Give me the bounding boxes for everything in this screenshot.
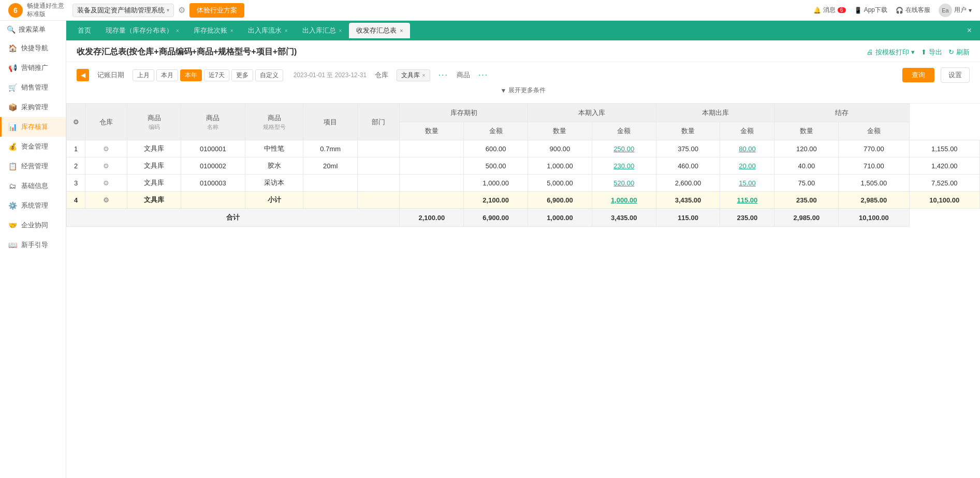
row-in-qty[interactable]: 250.00	[592, 140, 656, 157]
tab-bar: 首页 现存量（库存分布表） × 库存批次账 × 出入库流水 × 出入库汇总 ×	[66, 21, 980, 40]
table-footer-row: 合计 2,100.00 6,900.00 1,000.00 3,435.00 1…	[67, 209, 980, 227]
row-open-qty: 1,000.00	[464, 175, 528, 192]
bell-icon: 🔔	[813, 7, 821, 14]
goods-more-btn[interactable]: ···	[478, 70, 488, 80]
row-open-amt: 5,000.00	[528, 175, 592, 192]
system-selector[interactable]: 装备及固定资产辅助管理系统 ▾	[72, 4, 174, 17]
tab-close-batch[interactable]: ×	[230, 28, 233, 34]
sidebar-item-purchase[interactable]: 📦 采购管理	[0, 97, 66, 117]
sidebar-item-basic-info[interactable]: 🗂 基础信息	[0, 176, 66, 196]
row-code: 0100001	[181, 140, 245, 157]
col-project-header: 项目	[303, 104, 358, 140]
settings-icon[interactable]: ⚙	[178, 5, 185, 15]
refresh-icon: ↻	[948, 48, 954, 56]
sidebar-item-finance[interactable]: 💰 资金管理	[0, 137, 66, 156]
row-out-qty[interactable]: 80.00	[720, 140, 774, 157]
app-download-btn[interactable]: 📱 App下载	[854, 6, 887, 15]
sidebar-item-system[interactable]: ⚙️ 系统管理	[0, 196, 66, 215]
row-bal-qty: 770.00	[839, 140, 909, 157]
row-out-qty[interactable]: 15.00	[720, 175, 774, 192]
row-settings-cell: ⚙	[85, 192, 127, 209]
row-out-qty[interactable]: 20.00	[720, 157, 774, 175]
page-title: 收发存汇总表(按仓库+商品编码+商品+规格型号+项目+部门)	[77, 47, 297, 57]
col-name-header: 商品名称	[181, 104, 245, 140]
date-btn-last-month[interactable]: 上月	[133, 69, 154, 81]
col-settings-header[interactable]: ⚙	[67, 104, 85, 140]
row-in-amt: 375.00	[656, 140, 720, 157]
table-row: 3⚙文具库0100003采访本1,000.005,000.00520.002,6…	[67, 175, 980, 192]
col-out-amt-header: 金额	[720, 122, 774, 140]
tab-inout-flow[interactable]: 出入库流水 ×	[241, 23, 295, 38]
tab-close-inout-flow[interactable]: ×	[285, 28, 288, 34]
trial-button[interactable]: 体验行业方案	[189, 3, 244, 18]
gear-icon: ⚙️	[8, 201, 17, 210]
warehouse-tag-close[interactable]: ×	[422, 72, 425, 78]
expand-row: ▼ 展开更多条件	[77, 83, 970, 98]
tab-receive-summary[interactable]: 收发存汇总表 ×	[349, 23, 410, 38]
row-in-qty[interactable]: 520.00	[592, 175, 656, 192]
template-print-btn[interactable]: 🖨 按模板打印 ▾	[867, 48, 915, 57]
row-bal-amt: 7,525.00	[909, 175, 979, 192]
refresh-btn[interactable]: ↻ 刷新	[948, 48, 970, 57]
date-btn-this-month[interactable]: 本月	[156, 69, 178, 81]
tab-close-inout-summary[interactable]: ×	[339, 28, 342, 34]
table-row: 2⚙文具库0100002胶水20ml500.001,000.00230.0046…	[67, 157, 980, 175]
sidebar-item-newbie[interactable]: 📖 新手引导	[0, 235, 66, 255]
sidebar-item-sales[interactable]: 🛒 销售管理	[0, 78, 66, 97]
row-bal-amt: 10,100.00	[909, 192, 979, 209]
sidebar-item-inventory[interactable]: 📊 库存核算	[0, 117, 66, 137]
col-open-qty-header: 数量	[400, 122, 464, 140]
caret-down-icon: ▾	[911, 48, 915, 56]
date-btn-more[interactable]: 更多	[231, 69, 253, 81]
col-out-qty-header: 数量	[656, 122, 720, 140]
row-code: 0100003	[181, 175, 245, 192]
sidebar-item-marketing[interactable]: 📢 营销推广	[0, 58, 66, 78]
row-dept	[400, 140, 464, 157]
export-btn[interactable]: ⬆ 导出	[921, 48, 942, 57]
tab-bar-close-btn[interactable]: ×	[963, 26, 976, 35]
row-code	[181, 192, 245, 209]
sidebar-item-enterprise[interactable]: 🤝 企业协同	[0, 215, 66, 235]
date-btn-7days[interactable]: 近7天	[204, 69, 229, 81]
row-open-amt: 6,900.00	[528, 192, 592, 209]
user-btn[interactable]: Ea 用户 ▾	[939, 4, 972, 17]
date-btn-custom[interactable]: 自定义	[255, 69, 283, 81]
settings-button[interactable]: 设置	[941, 67, 970, 83]
footer-in-amt: 3,435.00	[592, 209, 656, 227]
date-btn-this-year[interactable]: 本年	[180, 69, 202, 81]
date-range: 2023-01-01 至 2023-12-31	[294, 71, 367, 80]
tab-close-receive-summary[interactable]: ×	[400, 28, 403, 34]
row-name: 中性笔	[245, 140, 303, 157]
footer-in-qty: 1,000.00	[528, 209, 592, 227]
row-out-qty[interactable]: 115.00	[720, 192, 774, 209]
query-button[interactable]: 查询	[902, 68, 934, 82]
row-bal-qty: 710.00	[839, 157, 909, 175]
tab-inventory-dist[interactable]: 现存量（库存分布表） ×	[98, 23, 186, 38]
row-warehouse: 文具库	[127, 175, 181, 192]
warehouse-more-btn[interactable]: ···	[438, 70, 448, 80]
row-open-amt: 900.00	[528, 140, 592, 157]
tab-close-inventory-dist[interactable]: ×	[176, 28, 179, 34]
sidebar-item-operations[interactable]: 📋 经营管理	[0, 156, 66, 176]
clipboard-icon: 📋	[8, 162, 17, 170]
row-in-qty[interactable]: 1,000.00	[592, 192, 656, 209]
row-open-qty: 2,100.00	[464, 192, 528, 209]
table-row: 1⚙文具库0100001中性笔0.7mm600.00900.00250.0037…	[67, 140, 980, 157]
col-opening-header: 库存期初	[400, 104, 528, 122]
sidebar-item-search[interactable]: 🔍 搜索菜单	[0, 21, 66, 38]
online-service-btn[interactable]: 🎧 在线客服	[896, 6, 930, 15]
notifications-btn[interactable]: 🔔 消息 6	[813, 6, 846, 15]
top-bar-center: 装备及固定资产辅助管理系统 ▾ ⚙ 体验行业方案	[72, 3, 805, 18]
sidebar-item-quick-nav[interactable]: 🏠 快捷导航	[0, 38, 66, 58]
row-in-qty[interactable]: 230.00	[592, 157, 656, 175]
data-table: ⚙ 仓库 商品编码 商品名称 商品规格型号 项目 部门 库存期初 本期入库	[66, 104, 980, 227]
tab-batch[interactable]: 库存批次账 ×	[186, 23, 241, 38]
row-out-amt: 40.00	[774, 157, 839, 175]
row-open-qty: 500.00	[464, 157, 528, 175]
tab-inout-summary[interactable]: 出入库汇总 ×	[295, 23, 349, 38]
money-icon: 💰	[8, 142, 17, 151]
tab-home[interactable]: 首页	[70, 23, 98, 38]
table-wrapper: ⚙ 仓库 商品编码 商品名称 商品规格型号 项目 部门 库存期初 本期入库	[66, 104, 980, 227]
expand-conditions-btn[interactable]: ▼ 展开更多条件	[501, 86, 546, 95]
filter-collapse-btn[interactable]: ◀	[77, 69, 89, 81]
